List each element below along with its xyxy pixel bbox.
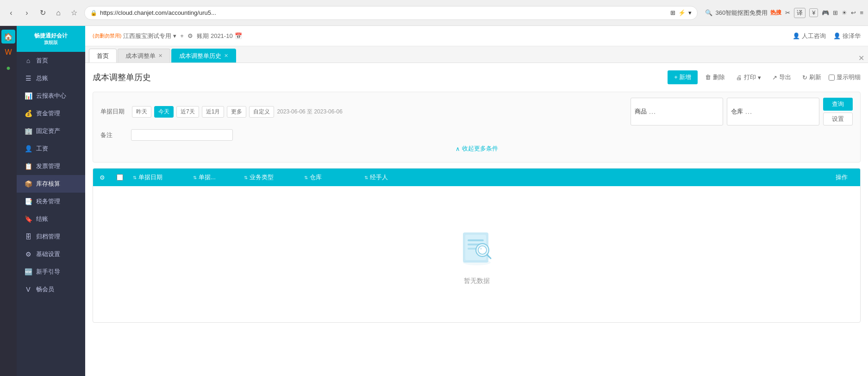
th-biz-type[interactable]: ⇅ 业务类型 bbox=[239, 169, 300, 186]
remark-label: 备注 bbox=[100, 131, 124, 139]
tab-close-all[interactable]: ✕ bbox=[858, 54, 864, 63]
sidebar-item-closing[interactable]: 🔖 结账 bbox=[17, 210, 85, 228]
display-toggle[interactable]: 显示明细 bbox=[829, 73, 861, 81]
display-toggle-checkbox[interactable] bbox=[829, 75, 835, 81]
cut-tool[interactable]: ✂ bbox=[785, 9, 790, 16]
browser-ext-icon[interactable]: ⊞ bbox=[670, 9, 675, 16]
sidebar-item-guide[interactable]: 🆕 新手引导 bbox=[17, 263, 85, 281]
sidebar-item-funds[interactable]: 💰 资金管理 bbox=[17, 105, 85, 122]
theme-tool[interactable]: ☀ bbox=[842, 9, 847, 16]
th-operator[interactable]: ⇅ 经手人 bbox=[360, 169, 420, 186]
date-btn-more[interactable]: 更多 bbox=[227, 106, 246, 118]
sidebar-item-tax[interactable]: 📑 税务管理 bbox=[17, 193, 85, 210]
date-btn-last7[interactable]: 近7天 bbox=[176, 106, 199, 118]
date-btn-today[interactable]: 今天 bbox=[154, 106, 174, 118]
tab-cost-adjust-close[interactable]: ✕ bbox=[158, 53, 162, 59]
undo-tool[interactable]: ↩ bbox=[851, 9, 856, 16]
empty-text: 暂无数据 bbox=[464, 277, 490, 285]
archive-icon: 🗄 bbox=[24, 233, 32, 240]
date-filter-label: 单据日期 bbox=[100, 107, 125, 116]
consult-btn[interactable]: 👤 人工咨询 bbox=[793, 32, 826, 40]
back-button[interactable]: ‹ bbox=[5, 6, 18, 19]
filter-action-btns: 商品 … 仓库 … 查询 设置 bbox=[631, 98, 853, 125]
tab-cost-adjust-history[interactable]: 成本调整单历史 ✕ bbox=[171, 49, 236, 63]
remark-input[interactable] bbox=[131, 129, 233, 141]
sort-icon-operator: ⇅ bbox=[364, 175, 368, 180]
th-biz-type-label: 业务类型 bbox=[250, 173, 274, 182]
sidebar-label-closing: 结账 bbox=[36, 215, 48, 223]
sidebar-item-fixed-assets[interactable]: 🏢 固定资产 bbox=[17, 122, 85, 140]
th-date-label: 单据日期 bbox=[138, 173, 162, 182]
tab-home[interactable]: 首页 bbox=[89, 49, 117, 63]
reports-icon: 📊 bbox=[24, 92, 32, 100]
sidebar-item-archive[interactable]: 🗄 归档管理 bbox=[17, 228, 85, 245]
sort-icon-date: ⇅ bbox=[133, 175, 137, 180]
sidebar-label-salary: 工资 bbox=[36, 144, 48, 153]
translate-tool[interactable]: 译 bbox=[794, 8, 806, 18]
product-filter[interactable]: 商品 … bbox=[631, 98, 723, 125]
date-btn-last-month[interactable]: 近1月 bbox=[202, 106, 225, 118]
tab-cost-adjust-history-label: 成本调整单历史 bbox=[179, 52, 221, 60]
sidebar-item-reports[interactable]: 📊 云报表中心 bbox=[17, 87, 85, 105]
query-button[interactable]: 查询 bbox=[823, 98, 853, 111]
tab-cost-adjust-history-close[interactable]: ✕ bbox=[224, 53, 228, 59]
grid-tool[interactable]: ⊞ bbox=[833, 9, 838, 16]
sidebar-logo[interactable]: 畅捷通好会计 旗舰版 bbox=[17, 26, 85, 52]
search-text: 360智能抠图免费用 bbox=[715, 9, 768, 17]
iconbar-green[interactable]: ● bbox=[1, 61, 15, 75]
sidebar-item-ledger[interactable]: ☰ 总账 bbox=[17, 69, 85, 87]
page-title: 成本调整单历史 bbox=[93, 72, 151, 83]
company-name: 江西服宝测试专用 bbox=[123, 32, 171, 40]
sidebar-item-settings[interactable]: ⚙ 基础设置 bbox=[17, 245, 85, 263]
game-tool[interactable]: 🎮 bbox=[822, 9, 829, 16]
warning-text: (勿删勿禁用) bbox=[93, 32, 121, 39]
date-filters: 昨天 今天 近7天 近1月 更多 自定义 2023-06-06 至 2023-0… bbox=[132, 106, 343, 118]
settings-button[interactable]: 设置 bbox=[823, 113, 853, 125]
table-header: ⚙ ⇅ 单据日期 ⇅ 单据... ⇅ 业务类型 bbox=[93, 169, 860, 186]
tab-cost-adjust[interactable]: 成本调整单 ✕ bbox=[118, 49, 170, 63]
browser-search[interactable]: 🔍 360智能抠图免费用 热搜 bbox=[705, 9, 781, 17]
th-date[interactable]: ⇅ 单据日期 bbox=[128, 169, 188, 186]
sidebar-item-home[interactable]: ⌂ 首页 bbox=[17, 52, 85, 69]
sidebar-item-vip[interactable]: V 畅会员 bbox=[17, 281, 85, 298]
date-btn-yesterday[interactable]: 昨天 bbox=[132, 106, 151, 118]
select-all-checkbox[interactable] bbox=[117, 174, 123, 181]
company-selector[interactable]: (勿删勿禁用) 江西服宝测试专用 ▾ bbox=[93, 32, 176, 40]
sidebar-item-inventory[interactable]: 📦 库存核算 bbox=[17, 175, 85, 193]
refresh-button[interactable]: ↻ bbox=[36, 6, 49, 19]
warehouse-filter[interactable]: 仓库 … bbox=[727, 98, 819, 125]
new-button[interactable]: + 新增 bbox=[668, 70, 698, 84]
sidebar-item-salary[interactable]: 👤 工资 bbox=[17, 140, 85, 157]
settings-gear-icon[interactable]: ⚙ bbox=[187, 32, 193, 39]
date-btn-custom[interactable]: 自定义 bbox=[249, 106, 274, 118]
guide-icon: 🆕 bbox=[24, 268, 32, 276]
user-btn[interactable]: 👤 徐泽华 bbox=[833, 32, 861, 40]
menu-tool[interactable]: ≡ bbox=[860, 9, 863, 16]
th-settings[interactable]: ⚙ bbox=[93, 169, 112, 186]
browser-dropdown-icon[interactable]: ▾ bbox=[688, 9, 692, 16]
th-warehouse[interactable]: ⇅ 仓库 bbox=[300, 169, 360, 186]
th-docnum[interactable]: ⇅ 单据... bbox=[188, 169, 239, 186]
delete-button[interactable]: 🗑 删除 bbox=[701, 71, 729, 83]
period-selector[interactable]: 账期 2021-10 📅 bbox=[197, 32, 242, 40]
print-button[interactable]: 🖨 🖨 打印 打印 ▾ bbox=[732, 71, 765, 83]
home-button[interactable]: ⌂ bbox=[52, 6, 65, 19]
refresh-button[interactable]: ↻ 刷新 bbox=[799, 71, 825, 83]
iconbar-weibo[interactable]: W bbox=[1, 45, 15, 59]
product-more-dots: … bbox=[649, 107, 656, 116]
export-button[interactable]: ↗ 导出 bbox=[768, 71, 795, 83]
th-checkbox[interactable] bbox=[112, 169, 128, 186]
iconbar-active[interactable]: 🏠 bbox=[1, 30, 15, 44]
home-icon: ⌂ bbox=[24, 57, 32, 64]
forward-button[interactable]: › bbox=[20, 6, 33, 19]
warehouse-filter-label: 仓库 bbox=[731, 107, 743, 116]
currency-tool[interactable]: ¥ bbox=[809, 8, 818, 17]
address-bar[interactable]: 🔒 https://cloud.chanjet.com/accounting/u… bbox=[84, 6, 698, 20]
collapse-button[interactable]: ∧ 收起更多条件 bbox=[456, 144, 498, 153]
browser-ext2-icon[interactable]: ⚡ bbox=[678, 9, 686, 16]
add-company-btn[interactable]: + bbox=[180, 32, 184, 39]
sidebar-item-invoices[interactable]: 📋 发票管理 bbox=[17, 157, 85, 175]
sidebar: 畅捷通好会计 旗舰版 ⌂ 首页 ☰ 总账 📊 云报表中心 💰 资金管理 🏢 bbox=[17, 26, 85, 376]
bookmark-button[interactable]: ☆ bbox=[68, 6, 81, 19]
tax-icon: 📑 bbox=[24, 198, 32, 205]
